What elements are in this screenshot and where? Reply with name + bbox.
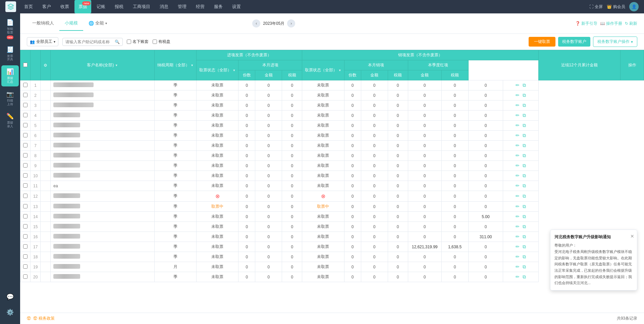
sidebar-item-config[interactable]: ⚙️ (1, 306, 19, 319)
row-checkbox[interactable] (23, 254, 28, 259)
row-checkbox[interactable] (23, 113, 28, 117)
edit-btn[interactable]: ✏ (515, 183, 521, 188)
has-taxdisk-check[interactable] (153, 40, 157, 44)
my-accounts-check[interactable] (127, 40, 131, 44)
row-checkbox[interactable] (23, 93, 28, 97)
edit-btn[interactable]: ✏ (515, 204, 521, 209)
edit-btn[interactable]: ✏ (515, 163, 521, 168)
nav-service[interactable]: 服务 (210, 0, 227, 13)
copy-btn[interactable]: ⧉ (522, 103, 527, 108)
nav-accounting[interactable]: 记账 (93, 0, 109, 13)
digital-account-btn[interactable]: 税务数字账户 (558, 37, 590, 47)
th-in-fetch-status[interactable]: 取票状态（全部） ▼ (197, 60, 238, 80)
period-prev-btn[interactable]: ‹ (252, 19, 260, 27)
copy-btn[interactable]: ⧉ (522, 143, 527, 148)
sidebar-item-ticket-entry[interactable]: ✏️ 票据录入 (1, 110, 19, 131)
copy-btn[interactable]: ⧉ (522, 153, 527, 158)
sidebar-item-invoice-issue[interactable]: 🧾 发票开具 (1, 43, 19, 64)
edit-btn[interactable]: ✏ (515, 234, 521, 239)
edit-btn[interactable]: ✏ (515, 224, 521, 229)
edit-btn[interactable]: ✏ (515, 143, 521, 148)
row-checkbox[interactable] (23, 173, 28, 178)
copy-btn[interactable]: ⧉ (522, 224, 527, 229)
edit-btn[interactable]: ✏ (515, 133, 521, 138)
copy-btn[interactable]: ⧉ (522, 113, 527, 118)
row-checkbox[interactable] (23, 204, 28, 208)
row-checkbox[interactable] (23, 194, 28, 198)
sidebar-item-invoice-summary[interactable]: 📊 票据汇总 (1, 65, 19, 86)
nav-manage[interactable]: 管理 (174, 0, 191, 13)
new-guide-link[interactable]: ❓ 新手引导 (575, 21, 597, 26)
nav-receive[interactable]: 收票 (56, 0, 73, 13)
row-checkbox[interactable] (23, 133, 28, 137)
period-next-btn[interactable]: › (287, 19, 295, 27)
edit-btn[interactable]: ✏ (515, 92, 521, 98)
copy-btn[interactable]: ⧉ (522, 193, 527, 199)
nav-message[interactable]: 消息 (156, 0, 172, 13)
tab-general-taxpayer[interactable]: 一般纳税人 (27, 16, 59, 31)
row-checkbox[interactable] (23, 123, 28, 127)
employee-select[interactable]: 👥 全部员工 ▾ (27, 37, 58, 46)
row-checkbox[interactable] (23, 244, 28, 249)
row-checkbox[interactable] (23, 224, 28, 229)
search-input[interactable] (65, 40, 113, 44)
copy-btn[interactable]: ⧉ (522, 92, 527, 98)
nav-home[interactable]: 首页 (20, 0, 37, 13)
nav-operation[interactable]: 经营 (192, 0, 209, 13)
th-tax-period[interactable]: 纳税周期（全部） ▼ (154, 50, 196, 80)
select-all-checkbox[interactable] (23, 63, 28, 67)
nav-business[interactable]: 工商项目 (129, 0, 154, 13)
has-taxdisk-checkbox[interactable]: 有税盘 (153, 39, 170, 45)
tab-all[interactable]: 🌐 全能 ▾ (83, 16, 112, 31)
edit-btn[interactable]: ✏ (515, 193, 521, 199)
copy-btn[interactable]: ⧉ (522, 254, 527, 259)
copy-btn[interactable]: ⧉ (522, 82, 527, 88)
nav-settings[interactable]: 设置 (228, 0, 245, 13)
tab-small-scale[interactable]: 小规模 (59, 16, 83, 31)
row-checkbox[interactable] (23, 183, 28, 188)
row-checkbox[interactable] (23, 83, 28, 87)
search-box[interactable]: 🔍 (62, 38, 123, 46)
row-checkbox[interactable] (23, 163, 28, 168)
copy-btn[interactable]: ⧉ (522, 214, 527, 219)
row-checkbox[interactable] (23, 143, 28, 147)
nav-invoice[interactable]: 票据 new (74, 0, 91, 13)
th-customer-name[interactable]: 客户名称(全部) ▼ (51, 50, 154, 80)
edit-btn[interactable]: ✏ (515, 214, 521, 219)
copy-btn[interactable]: ⧉ (522, 133, 527, 138)
settings-icon[interactable]: ⚙ (44, 63, 47, 68)
nav-tax[interactable]: 报税 (111, 0, 127, 13)
edit-btn[interactable]: ✏ (515, 82, 521, 88)
edit-btn[interactable]: ✏ (515, 123, 521, 128)
sidebar-item-smart-ticket[interactable]: 📄 智能取票 new (1, 16, 19, 42)
edit-btn[interactable]: ✏ (515, 153, 521, 158)
sidebar-item-scan-upload[interactable]: 📷 扫描上传 (1, 88, 19, 109)
copy-btn[interactable]: ⧉ (522, 234, 527, 239)
edit-btn[interactable]: ✏ (515, 244, 521, 249)
row-checkbox[interactable] (23, 103, 28, 107)
edit-btn[interactable]: ✏ (515, 264, 521, 269)
copy-btn[interactable]: ⧉ (522, 264, 527, 269)
member-btn[interactable]: 👑 购会员 (607, 4, 625, 10)
copy-btn[interactable]: ⧉ (522, 163, 527, 168)
th-out-fetch-status[interactable]: 取票状态（全部） ▼ (302, 60, 344, 80)
edit-btn[interactable]: ✏ (515, 254, 521, 259)
copy-btn[interactable]: ⧉ (522, 123, 527, 128)
edit-btn[interactable]: ✏ (515, 113, 521, 118)
sidebar-item-message[interactable]: 💬 (1, 290, 19, 303)
row-checkbox[interactable] (23, 214, 28, 218)
my-accounts-checkbox[interactable]: 名下账套 (127, 39, 149, 45)
row-checkbox[interactable] (23, 274, 28, 279)
user-avatar[interactable]: 👤 (629, 2, 639, 11)
row-checkbox[interactable] (23, 234, 28, 239)
copy-btn[interactable]: ⧉ (522, 204, 527, 209)
edit-btn[interactable]: ✏ (515, 274, 521, 279)
copy-btn[interactable]: ⧉ (522, 173, 527, 178)
fullscreen-btn[interactable]: ⛶ 全屏 (589, 4, 603, 10)
nav-customer[interactable]: 客户 (38, 0, 55, 13)
row-checkbox[interactable] (23, 153, 28, 157)
notification-close-btn[interactable]: ✕ (630, 233, 634, 240)
copy-btn[interactable]: ⧉ (522, 183, 527, 188)
digital-account-op-btn[interactable]: 税务数字账户操作 ▾ (593, 37, 637, 47)
copy-btn[interactable]: ⧉ (522, 244, 527, 249)
